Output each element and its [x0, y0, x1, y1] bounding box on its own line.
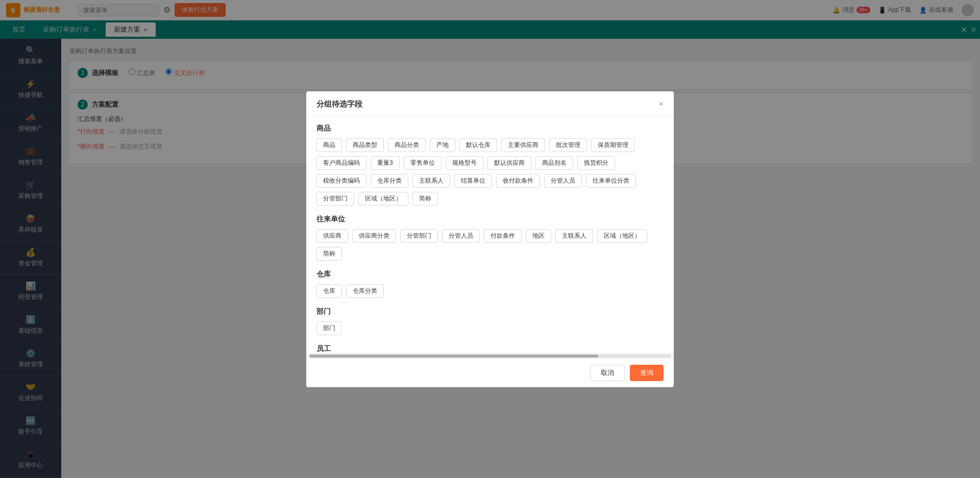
- field-tag[interactable]: 规格型号: [446, 156, 483, 170]
- section-department-title: 部门: [316, 307, 664, 316]
- field-tag[interactable]: 分管部门: [400, 229, 438, 243]
- field-tag[interactable]: 批次管理: [549, 138, 587, 152]
- field-tag[interactable]: 仓库分类: [371, 174, 408, 188]
- field-tag[interactable]: 收付款条件: [496, 174, 540, 188]
- modal-hscroll[interactable]: [306, 354, 674, 358]
- field-tag[interactable]: 产地: [430, 138, 455, 152]
- section-goods-title: 商品: [316, 124, 664, 133]
- field-tag[interactable]: 税收分类编码: [316, 174, 366, 188]
- field-tag[interactable]: 付款条件: [484, 229, 522, 243]
- field-tag[interactable]: 仓库分类: [346, 284, 384, 298]
- field-tag[interactable]: 默认供应商: [487, 156, 531, 170]
- field-tag[interactable]: 分管部门: [316, 192, 354, 206]
- modal-title: 分组待选字段: [316, 99, 362, 109]
- field-tag[interactable]: 简称: [316, 247, 342, 261]
- field-tag[interactable]: 部门: [316, 321, 342, 335]
- field-tag[interactable]: 主联系人: [555, 229, 593, 243]
- field-tag[interactable]: 零售单位: [404, 156, 442, 170]
- field-tag[interactable]: 区域（地区）: [597, 229, 647, 243]
- confirm-button[interactable]: 查询: [630, 365, 664, 381]
- section-department: 部门 部门: [316, 307, 664, 335]
- field-tag[interactable]: 往来单位分类: [586, 174, 636, 188]
- modal-footer: 取消 查询: [306, 358, 674, 387]
- field-tag[interactable]: 分管人员: [442, 229, 480, 243]
- section-warehouse-fields: 仓库 仓库分类: [316, 284, 664, 298]
- field-tag[interactable]: 商品别名: [535, 156, 573, 170]
- field-tag[interactable]: 区域（地区）: [358, 192, 408, 206]
- field-select-modal: 分组待选字段 × 商品 商品 商品类型 商品分类 产地 默认仓库 主要供应商 批…: [306, 91, 674, 387]
- section-goods-fields: 商品 商品类型 商品分类 产地 默认仓库 主要供应商 批次管理 保质期管理 客户…: [316, 138, 664, 206]
- field-tag[interactable]: 默认仓库: [459, 138, 497, 152]
- modal-header: 分组待选字段 ×: [306, 91, 674, 116]
- field-tag[interactable]: 分管人员: [544, 174, 582, 188]
- field-tag[interactable]: 地区: [526, 229, 551, 243]
- modal-body[interactable]: 商品 商品 商品类型 商品分类 产地 默认仓库 主要供应商 批次管理 保质期管理…: [306, 116, 674, 354]
- modal-close-btn[interactable]: ×: [659, 99, 664, 109]
- section-warehouse-title: 仓库: [316, 270, 664, 279]
- section-employee: 员工 业务员: [316, 344, 664, 354]
- field-tag[interactable]: 客户商品编码: [316, 156, 366, 170]
- field-tag[interactable]: 商品: [316, 138, 342, 152]
- field-tag[interactable]: 重量3: [371, 156, 400, 170]
- section-partner-fields: 供应商 供应商分类 分管部门 分管人员 付款条件 地区 主联系人 区域（地区） …: [316, 229, 664, 261]
- field-tag[interactable]: 商品类型: [346, 138, 384, 152]
- section-partner-title: 往来单位: [316, 215, 664, 224]
- field-tag[interactable]: 商品分类: [388, 138, 426, 152]
- section-employee-title: 员工: [316, 344, 664, 354]
- modal-overlay: 分组待选字段 × 商品 商品 商品类型 商品分类 产地 默认仓库 主要供应商 批…: [0, 0, 980, 478]
- field-tag[interactable]: 结算单位: [454, 174, 492, 188]
- field-tag[interactable]: 主要供应商: [501, 138, 545, 152]
- field-tag[interactable]: 供应商: [316, 229, 348, 243]
- section-goods: 商品 商品 商品类型 商品分类 产地 默认仓库 主要供应商 批次管理 保质期管理…: [316, 124, 664, 206]
- section-warehouse: 仓库 仓库 仓库分类: [316, 270, 664, 298]
- cancel-button[interactable]: 取消: [590, 365, 625, 381]
- field-tag[interactable]: 保质期管理: [591, 138, 635, 152]
- field-tag[interactable]: 主联系人: [412, 174, 450, 188]
- section-partner: 往来单位 供应商 供应商分类 分管部门 分管人员 付款条件 地区 主联系人 区域…: [316, 215, 664, 261]
- section-department-fields: 部门: [316, 321, 664, 335]
- field-tag[interactable]: 拣货积分: [577, 156, 615, 170]
- field-tag[interactable]: 简称: [412, 192, 438, 206]
- field-tag[interactable]: 仓库: [316, 284, 342, 298]
- field-tag[interactable]: 供应商分类: [352, 229, 396, 243]
